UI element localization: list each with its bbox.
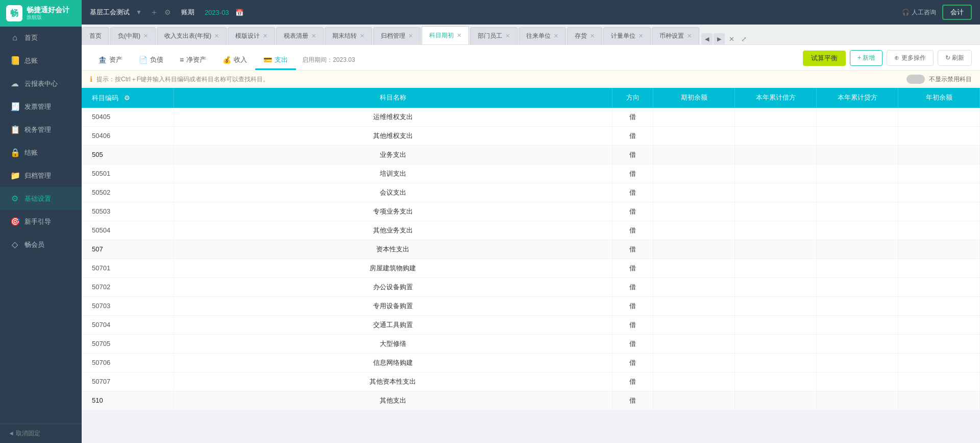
tab-fullscreen-button[interactable]: ⤢ bbox=[738, 33, 749, 44]
table-row[interactable]: 50501 培训支出 借 bbox=[82, 164, 980, 183]
cell-code: 510 bbox=[82, 391, 174, 410]
cell-name: 其他支出 bbox=[174, 391, 612, 410]
refresh-button[interactable]: ↻ 刷新 bbox=[938, 50, 972, 66]
filter-tab-liability[interactable]: 📄 负债 bbox=[131, 51, 172, 70]
table-row[interactable]: 50706 信息网络购建 借 bbox=[82, 353, 980, 372]
cell-year-debit bbox=[735, 202, 817, 221]
tab-income-annual[interactable]: 收入支出表(年报) ✕ bbox=[157, 27, 227, 44]
cell-opening-balance bbox=[653, 221, 735, 240]
table-row[interactable]: 507 资本性支出 借 bbox=[82, 240, 980, 259]
tab-partner[interactable]: 往来单位 ✕ bbox=[519, 27, 566, 44]
tab-close-partner[interactable]: ✕ bbox=[554, 33, 558, 39]
tab-close-currency[interactable]: ✕ bbox=[687, 33, 692, 39]
company-settings-icon[interactable]: ⚙ bbox=[164, 8, 171, 16]
table-row[interactable]: 50503 专项业务支出 借 bbox=[82, 202, 980, 221]
cell-code: 50705 bbox=[82, 334, 174, 353]
tab-close-period-end[interactable]: ✕ bbox=[360, 33, 364, 39]
tab-dept-staff[interactable]: 部门员工 ✕ bbox=[470, 27, 518, 44]
table-row[interactable]: 50702 办公设备购置 借 bbox=[82, 277, 980, 296]
invoice-icon: 🧾 bbox=[10, 102, 19, 111]
sidebar-item-home[interactable]: ⌂ 首页 bbox=[0, 27, 82, 49]
equity-icon: ≡ bbox=[180, 56, 184, 64]
tab-tax-clear[interactable]: 税表清册 ✕ bbox=[276, 27, 324, 44]
cell-year-credit bbox=[817, 240, 898, 259]
filter-tab-asset[interactable]: 🏦 资产 bbox=[90, 51, 131, 70]
sidebar-item-close[interactable]: 🔒 结账 bbox=[0, 141, 82, 164]
tab-close-bs-mid[interactable]: ✕ bbox=[143, 33, 148, 39]
add-company-button[interactable]: ＋ bbox=[150, 7, 158, 18]
col-header-opening-balance: 期初余额 bbox=[653, 88, 735, 108]
cell-year-balance bbox=[898, 315, 980, 334]
tab-close-unit[interactable]: ✕ bbox=[639, 33, 643, 39]
sidebar-item-settings[interactable]: ⚙ 基础设置 bbox=[0, 187, 82, 210]
more-button[interactable]: ⊕ 更多操作 bbox=[887, 50, 933, 66]
table-row[interactable]: 50703 专用设备购置 借 bbox=[82, 296, 980, 315]
cell-year-debit bbox=[735, 372, 817, 391]
cell-name: 其他业务支出 bbox=[174, 221, 612, 240]
tab-bs-mid[interactable]: 负(中期) ✕ bbox=[110, 27, 156, 44]
tab-inventory[interactable]: 存货 ✕ bbox=[567, 27, 602, 44]
home-icon: ⌂ bbox=[10, 33, 19, 42]
sidebar-logo[interactable]: 畅 畅捷通好会计 旗舰版 bbox=[0, 0, 82, 27]
account-button[interactable]: 会计 bbox=[942, 5, 972, 20]
filter-tab-income[interactable]: 💰 收入 bbox=[214, 51, 255, 70]
filter-tabs: 🏦 资产 📄 负债 ≡ 净资产 💰 收入 💳 支出 启用期间：2023.03 bbox=[90, 51, 803, 69]
balance-button[interactable]: 试算平衡 bbox=[803, 51, 846, 66]
table-row[interactable]: 505 业务支出 借 bbox=[82, 145, 980, 164]
filter-tab-equity[interactable]: ≡ 净资产 bbox=[172, 51, 214, 70]
col-header-year-credit: 本年累计贷方 bbox=[817, 88, 898, 108]
tab-close-tax-clear[interactable]: ✕ bbox=[311, 33, 316, 39]
cell-direction: 借 bbox=[612, 259, 653, 277]
cell-name: 信息网络购建 bbox=[174, 353, 612, 372]
table-row[interactable]: 50707 其他资本性支出 借 bbox=[82, 372, 980, 391]
tab-close-dept-staff[interactable]: ✕ bbox=[505, 33, 510, 39]
table-row[interactable]: 510 其他支出 借 bbox=[82, 391, 980, 410]
tab-home[interactable]: 首页 bbox=[82, 27, 109, 44]
sidebar-pin-toggle[interactable]: ◄ 取消固定 bbox=[0, 424, 82, 443]
tab-prev-button[interactable]: ◀ bbox=[701, 33, 713, 44]
sidebar-item-guide[interactable]: 🎯 新手引导 bbox=[0, 210, 82, 233]
table-row[interactable]: 50405 运维维权支出 借 bbox=[82, 108, 980, 127]
tab-close-income-annual[interactable]: ✕ bbox=[214, 33, 219, 39]
sidebar-item-ledger[interactable]: 📒 总账 bbox=[0, 49, 82, 72]
tab-next-button[interactable]: ▶ bbox=[714, 33, 725, 44]
cell-year-debit bbox=[735, 240, 817, 259]
service-button[interactable]: 🎧 人工咨询 bbox=[902, 8, 936, 17]
col-header-direction: 方向 bbox=[612, 88, 653, 108]
col-header-year-balance: 年初余额 bbox=[898, 88, 980, 108]
tab-period-end[interactable]: 期末结转 ✕ bbox=[325, 27, 372, 44]
sidebar-item-archive[interactable]: 📁 归档管理 bbox=[0, 164, 82, 187]
table-row[interactable]: 50406 其他维权支出 借 bbox=[82, 126, 980, 145]
tab-subject-init[interactable]: 科目期初 ✕ bbox=[422, 26, 469, 44]
sidebar-item-invoice[interactable]: 🧾 发票管理 bbox=[0, 95, 82, 118]
tab-archive-mgr[interactable]: 归档管理 ✕ bbox=[373, 27, 421, 44]
table-row[interactable]: 50705 大型修缮 借 bbox=[82, 334, 980, 353]
tab-close-all-button[interactable]: ✕ bbox=[726, 33, 737, 44]
calendar-icon[interactable]: 📅 bbox=[235, 9, 243, 16]
company-dropdown-icon[interactable]: ▼ bbox=[136, 9, 142, 16]
add-button[interactable]: + 新增 bbox=[850, 50, 883, 66]
cell-opening-balance bbox=[653, 259, 735, 277]
column-settings-icon[interactable]: ⚙ bbox=[122, 93, 132, 102]
table-row[interactable]: 50502 会议支出 借 bbox=[82, 183, 980, 202]
sidebar-item-reports[interactable]: ☁ 云报表中心 bbox=[0, 72, 82, 95]
disabled-toggle[interactable] bbox=[906, 75, 925, 84]
tab-unit[interactable]: 计量单位 ✕ bbox=[603, 27, 651, 44]
cell-year-debit bbox=[735, 296, 817, 315]
table-row[interactable]: 50701 房屋建筑物购建 借 bbox=[82, 259, 980, 277]
tab-close-archive-mgr[interactable]: ✕ bbox=[408, 33, 413, 39]
sidebar-item-member[interactable]: ◇ 畅会员 bbox=[0, 233, 82, 256]
sidebar-item-tax[interactable]: 📋 税务管理 bbox=[0, 118, 82, 141]
cell-opening-balance bbox=[653, 296, 735, 315]
filter-tab-expense[interactable]: 💳 支出 bbox=[255, 51, 296, 70]
table-wrapper[interactable]: 科目编码 ⚙ 科目名称 方向 期初余额 本年累计借方 本年累计贷方 年初余额 5… bbox=[82, 88, 980, 443]
tab-template[interactable]: 模版设计 ✕ bbox=[228, 27, 275, 44]
tab-close-subject-init[interactable]: ✕ bbox=[457, 32, 461, 39]
cell-year-debit bbox=[735, 221, 817, 240]
page-actions: 试算平衡 + 新增 ⊕ 更多操作 ↻ 刷新 bbox=[803, 50, 972, 70]
tab-close-template[interactable]: ✕ bbox=[263, 33, 267, 39]
table-row[interactable]: 50504 其他业务支出 借 bbox=[82, 221, 980, 240]
table-row[interactable]: 50704 交通工具购置 借 bbox=[82, 315, 980, 334]
tab-close-inventory[interactable]: ✕ bbox=[590, 33, 595, 39]
tab-currency[interactable]: 币种设置 ✕ bbox=[652, 27, 699, 44]
